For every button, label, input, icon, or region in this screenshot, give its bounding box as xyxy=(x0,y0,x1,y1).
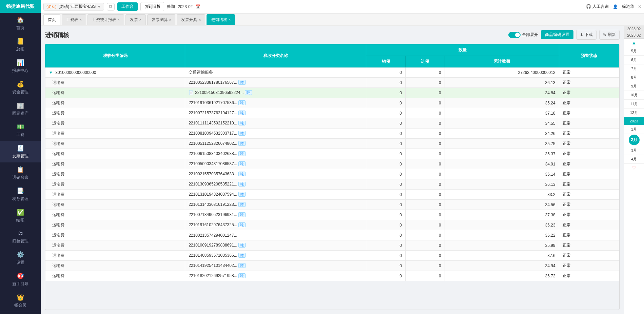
table-row[interactable]: 运输费 22100213574294001247... 0 0 36.22 正常 xyxy=(45,230,619,240)
month-dec[interactable]: 12月 xyxy=(624,109,644,117)
support-label[interactable]: 🎧 人工咨询 xyxy=(586,4,608,9)
content-area: 进销稽核 全部展开 商品编码设置 ⬇ 下载 ↻ 刷新 xyxy=(41,26,644,314)
toggle-expand[interactable]: 全部展开 xyxy=(508,32,538,38)
table-row[interactable]: 运输费 22100615083403402688... 吨 0 0 35.37 … xyxy=(45,149,619,159)
sidebar-item-settings[interactable]: ⚙️ 设置 xyxy=(0,248,41,269)
month-nov[interactable]: 11月 xyxy=(624,100,644,109)
sidebar-item-finance[interactable]: 💰 资金管理 xyxy=(0,77,41,98)
month-apr[interactable]: 4月 xyxy=(624,155,644,164)
table-row[interactable]: 运输费 22100511252826674802... 吨 0 0 35.75 … xyxy=(45,139,619,149)
table-row[interactable]: 运输费 22101310194324037594... 吨 0 0 33.2 正… xyxy=(45,190,619,200)
cell-name: 运输费 xyxy=(45,220,185,230)
sidebar-item-vip[interactable]: 👑 畅会员 xyxy=(0,290,41,312)
cell-purchase: 0 xyxy=(405,118,445,129)
sidebar-item-assets[interactable]: 🏢 固定资产 xyxy=(0,98,41,120)
month-may[interactable]: 5月 xyxy=(624,47,644,56)
month-jan[interactable]: 1月 xyxy=(624,125,644,134)
copy-button[interactable]: ⧉ xyxy=(107,3,115,11)
tax-icon: 📑 xyxy=(17,187,24,195)
calendar-icon[interactable]: 📅 xyxy=(195,4,200,9)
tab-salary-table-close[interactable]: × xyxy=(80,18,82,22)
tab-invoice-close[interactable]: × xyxy=(139,18,141,22)
month-oct[interactable]: 10月 xyxy=(624,91,644,100)
download-button[interactable]: ⬇ 下载 xyxy=(576,30,597,40)
sidebar-item-label: 资金管理 xyxy=(12,89,28,95)
workbench-button[interactable]: 工作台 xyxy=(117,2,138,11)
sidebar-item-invoice[interactable]: 🧾 发票管理 xyxy=(0,141,41,162)
cell-name: 运输费 xyxy=(45,139,185,149)
sidebar-item-guide[interactable]: 🎯 新手引导 xyxy=(0,269,41,290)
cell-invoice-code: 22101910361921707536... 吨 xyxy=(185,98,366,108)
toggle-switch[interactable] xyxy=(508,32,521,38)
month-aug[interactable]: 8月 xyxy=(624,73,644,82)
tab-salary-report[interactable]: 工资统计报表 × xyxy=(87,14,124,25)
table-row[interactable]: ▼ 301000000000000000 交通运输服务 0 0 27262.40… xyxy=(45,67,619,78)
tab-salary-report-close[interactable]: × xyxy=(118,18,120,22)
month-feb[interactable]: 2月 xyxy=(629,135,640,145)
month-sep[interactable]: 9月 xyxy=(624,82,644,91)
table-row[interactable]: 运输费 22101910361921707536... 吨 0 0 35.24 … xyxy=(45,98,619,108)
table-row[interactable]: 运输费 22101408593571035366... 吨 0 0 37.6 正… xyxy=(45,251,619,261)
sidebar-item-ledger[interactable]: 📒 总账 xyxy=(0,34,41,56)
table-row[interactable]: 运输费 22101419254101434402... 吨 0 0 34.94 … xyxy=(45,261,619,271)
close-button[interactable]: × xyxy=(638,4,641,10)
sidebar-item-reports[interactable]: 📊 报表中心 xyxy=(0,56,41,77)
table-row[interactable]: 运输费 22101314030816191223... 吨 0 0 34.56 … xyxy=(45,200,619,210)
cell-purchase: 0 xyxy=(405,129,445,139)
sidebar-item-tax[interactable]: 📑 税务管理 xyxy=(0,184,41,205)
cell-purchase: 0 xyxy=(405,210,445,220)
page: 进销稽核 全部展开 商品编码设置 ⬇ 下载 ↻ 刷新 xyxy=(41,26,624,314)
refresh-button[interactable]: ↻ 刷新 xyxy=(599,30,620,40)
month-jul[interactable]: 7月 xyxy=(624,64,644,73)
tab-salary-table[interactable]: 工资表 × xyxy=(62,14,86,25)
sidebar-item-closing[interactable]: ✅ 结账 xyxy=(0,205,41,227)
cell-status: 正常 xyxy=(559,261,619,271)
tab-invoice-calc-close[interactable]: × xyxy=(169,18,171,22)
tab-invoice[interactable]: 发票 × xyxy=(125,14,146,25)
table-row[interactable]: 运输费 22101309365208535221... 吨 0 0 36.13 … xyxy=(45,179,619,190)
expand-icon[interactable]: ▼ xyxy=(49,70,53,75)
table-row[interactable]: 运输费 22100721573762194127... 吨 0 0 37.18 … xyxy=(45,108,619,118)
cell-status: 正常 xyxy=(559,78,619,88)
sidebar-item-salary[interactable]: 💵 工资 xyxy=(0,120,41,141)
table-row[interactable]: 运输费 📄22100915031396592224... 吨 0 0 34.84… xyxy=(45,88,619,98)
company-selector[interactable]: (勿动) (勿动) 江西报宝-LSS ▼ xyxy=(43,3,104,11)
table-row[interactable]: 运输费 22100523381780176567... 吨 0 0 36.13 … xyxy=(45,78,619,88)
tab-reconcile[interactable]: 进销稽核 × xyxy=(207,14,235,25)
table-row[interactable]: 运输费 22100810094532303717... 吨 0 0 34.26 … xyxy=(45,129,619,139)
sidebar-item-archive[interactable]: 🗂 归档管理 xyxy=(0,227,41,248)
cell-name: 运输费 xyxy=(45,190,185,200)
switch-button[interactable]: 切到旧版 xyxy=(140,2,164,11)
tab-home[interactable]: 首页 xyxy=(43,14,60,25)
cell-name: 运输费 xyxy=(45,88,185,98)
cell-purchase: 0 xyxy=(405,98,445,108)
table-row[interactable]: 运输费 22100509034317086587... 吨 0 0 34.91 … xyxy=(45,159,619,169)
cell-invoice-code: 22101408593571035366... 吨 xyxy=(185,251,366,261)
year-2023[interactable]: 2023 xyxy=(624,117,644,125)
closing-icon: ✅ xyxy=(17,209,24,216)
cell-cumulative: 34.56 xyxy=(445,200,559,210)
cell-invoice-code: 22100713490523196931... 吨 xyxy=(185,210,366,220)
month-jun[interactable]: 6月 xyxy=(624,56,644,64)
cell-sale: 0 xyxy=(366,169,406,179)
sidebar-item-purchases[interactable]: 📋 进销台账 xyxy=(0,162,41,184)
table-row[interactable]: 运输费 22101820212692571958... 吨 0 0 36.72 … xyxy=(45,271,619,281)
tab-invoice-calc[interactable]: 发票测算 × xyxy=(147,14,176,25)
tab-invoice-issue-close[interactable]: × xyxy=(199,18,201,22)
sidebar-item-home[interactable]: 🏠 首页 xyxy=(0,13,41,34)
cell-purchase: 0 xyxy=(405,190,445,200)
cell-cumulative: 36.13 xyxy=(445,179,559,190)
download-icon: ⬇ xyxy=(580,33,583,37)
cell-sale: 0 xyxy=(366,78,406,88)
month-mar[interactable]: 3月 xyxy=(624,146,644,155)
table-row[interactable]: 运输费 22100215570357643633... 吨 0 0 35.14 … xyxy=(45,169,619,179)
sidebar-item-label: 报表中心 xyxy=(12,68,28,74)
table-row[interactable]: 运输费 22101009192789838691... 吨 0 0 35.99 … xyxy=(45,240,619,251)
tab-invoice-issue[interactable]: 发票开具 × xyxy=(177,14,205,25)
table-row[interactable]: 运输费 22101111143592152210... 吨 0 0 34.55 … xyxy=(45,118,619,129)
scroll-up-button[interactable]: ▲ xyxy=(624,39,644,47)
settings-button[interactable]: 商品编码设置 xyxy=(541,30,573,39)
tab-reconcile-close[interactable]: × xyxy=(229,18,231,22)
table-row[interactable]: 运输费 22100713490523196931... 吨 0 0 37.38 … xyxy=(45,210,619,220)
table-row[interactable]: 运输费 22101916102976437325... 吨 0 0 36.23 … xyxy=(45,220,619,230)
